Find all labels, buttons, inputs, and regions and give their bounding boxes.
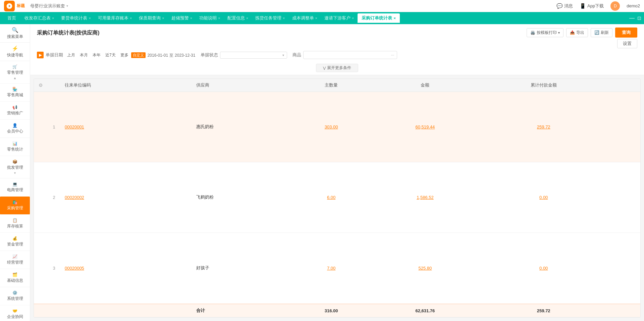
- expand-more-btn[interactable]: ⋁ 展开更多条件: [316, 64, 358, 72]
- tab-cost-adjust-label: 成本调整单: [292, 15, 314, 21]
- tab-function-desc-close[interactable]: ×: [218, 16, 220, 20]
- tab-expiry-query-close[interactable]: ×: [162, 16, 164, 20]
- print-chevron: ▾: [558, 31, 560, 35]
- row-accumulated-payment-2[interactable]: 0.00: [478, 162, 609, 232]
- sidebar-item-ecommerce-mgmt[interactable]: 💻 电商管理: [0, 178, 30, 197]
- status-select[interactable]: ▾: [220, 52, 287, 59]
- tab-home[interactable]: 首页: [3, 13, 21, 23]
- logo-icon: [4, 1, 15, 11]
- tab-expiry-query[interactable]: 保质期查询 ×: [136, 13, 167, 23]
- tab-available-inventory-close[interactable]: ×: [130, 16, 132, 20]
- table-footer-row: 合计 316.00 62,631.76 259.72: [34, 304, 640, 317]
- refresh-btn[interactable]: 🔄 刷新: [591, 28, 612, 37]
- row-amount-2[interactable]: 1,586.52: [372, 162, 478, 232]
- row-amount-3[interactable]: 525.80: [372, 232, 478, 304]
- export-btn[interactable]: 📤 导出: [566, 28, 588, 37]
- tab-picking-task[interactable]: 拣货任务管理 ×: [252, 13, 288, 23]
- tab-available-inventory[interactable]: 可用量库存账本 ×: [95, 13, 135, 23]
- tab-overstock-warning[interactable]: 超储预警 ×: [168, 13, 196, 23]
- tab-receive-send-close[interactable]: ×: [52, 16, 54, 20]
- row-supplier-code-2[interactable]: 00020002: [61, 162, 192, 232]
- sidebar-item-inventory-check[interactable]: 📋 库存核算: [0, 215, 30, 233]
- sidebar-item-member-center[interactable]: 👤 会员中心: [0, 120, 30, 138]
- window-maximize-btn[interactable]: ⊡: [637, 15, 641, 21]
- row-main-qty-2[interactable]: 6.00: [290, 162, 372, 232]
- sidebar-item-wholesale-mgmt[interactable]: 📦 批发管理 ▾: [0, 156, 30, 178]
- custom-date-badge: 自定义: [131, 52, 146, 58]
- date-more-btn[interactable]: 更多: [118, 52, 130, 59]
- ecommerce-mgmt-icon: 💻: [12, 182, 17, 186]
- col-amount[interactable]: 金额: [372, 79, 478, 92]
- tab-purchase-order-stats-close[interactable]: ×: [393, 16, 395, 20]
- finance-mgmt-icon: 💰: [12, 236, 17, 241]
- sidebar-item-retail-mgmt[interactable]: 🛒 零售管理 ▲: [0, 61, 30, 84]
- refresh-icon: 🔄: [594, 30, 599, 35]
- date-7days-btn[interactable]: 近7天: [103, 52, 118, 59]
- tab-purchase-order-stats-label: 采购订单统计表: [362, 15, 392, 21]
- wholesale-mgmt-icon: 📦: [12, 159, 17, 164]
- quick-nav-btn[interactable]: ⚡ 快捷导航: [0, 43, 30, 61]
- tab-function-desc-label: 功能说明: [199, 15, 217, 21]
- query-btn[interactable]: 查询: [615, 28, 637, 38]
- tab-overstock-warning-close[interactable]: ×: [190, 16, 192, 20]
- query-label: 查询: [622, 30, 631, 35]
- col-settings[interactable]: ⚙: [34, 79, 47, 92]
- date-this-year-btn[interactable]: 本年: [91, 52, 103, 59]
- row-supplier-code-3[interactable]: 00020005: [61, 232, 192, 304]
- tab-cost-adjust[interactable]: 成本调整单 ×: [289, 13, 321, 23]
- row-amount-1[interactable]: 60,519.44: [372, 92, 478, 162]
- enterprise-collab-label: 企业协同: [7, 314, 23, 320]
- row-main-qty-3[interactable]: 7.00: [290, 232, 372, 304]
- retail-mgmt-arrow: ▲: [13, 76, 17, 80]
- sidebar-item-enterprise-collab[interactable]: 🤝 企业协同: [0, 305, 30, 321]
- footer-accumulated-payment: 259.72: [478, 304, 609, 317]
- tab-requisition-stats[interactable]: 要货单统计表 ×: [58, 13, 94, 23]
- quick-nav-label: 快捷导航: [7, 52, 23, 58]
- col-accumulated-payment[interactable]: 累计付款金额: [478, 79, 609, 92]
- row-accumulated-payment-3[interactable]: 0.00: [478, 232, 609, 304]
- search-menu-btn[interactable]: 🔍 搜索菜单: [0, 24, 30, 43]
- sidebar-item-purchase-mgmt[interactable]: 🛍️ 采购管理: [0, 197, 30, 215]
- tab-purchase-order-stats[interactable]: 采购订单统计表 ×: [358, 13, 399, 23]
- filter-toggle-btn[interactable]: ▶: [37, 52, 44, 58]
- tab-invite-downstream-close[interactable]: ×: [352, 16, 354, 20]
- tab-config-info[interactable]: 配置信息 ×: [224, 13, 252, 23]
- footer-amount: 62,631.76: [372, 304, 478, 317]
- row-main-qty-1[interactable]: 303.00: [290, 92, 372, 162]
- sidebar-item-retail-stats[interactable]: 📊 零售统计: [0, 138, 30, 156]
- goods-filter-label: 商品: [292, 52, 301, 58]
- sidebar-item-ops-mgmt[interactable]: 📈 经营管理: [0, 251, 30, 269]
- col-main-qty[interactable]: 主数量: [290, 79, 372, 92]
- tab-cost-adjust-close[interactable]: ×: [315, 16, 317, 20]
- tab-function-desc[interactable]: 功能说明 ×: [196, 13, 223, 23]
- sidebar-item-basic-info[interactable]: 🗂️ 基础信息: [0, 269, 30, 287]
- window-minimize-btn[interactable]: —: [629, 15, 635, 21]
- tab-requisition-stats-close[interactable]: ×: [89, 16, 91, 20]
- sidebar-item-retail-mall[interactable]: 🏪 零售商城: [0, 84, 30, 102]
- col-supplier-name[interactable]: 供应商: [192, 79, 290, 92]
- user-avatar[interactable]: D: [610, 1, 620, 11]
- tab-receive-send[interactable]: 收发存汇总表 ×: [21, 13, 57, 23]
- ops-mgmt-icon: 📈: [12, 254, 17, 259]
- tab-picking-task-close[interactable]: ×: [283, 16, 285, 20]
- tab-available-inventory-label: 可用量库存账本: [98, 15, 128, 21]
- workspace-selector[interactable]: 母婴行业演示账套 ▾: [30, 3, 68, 9]
- user-initial: D: [614, 4, 617, 8]
- date-last-month-btn[interactable]: 上月: [65, 52, 77, 59]
- settings-btn[interactable]: 设置: [617, 39, 637, 48]
- sidebar-item-marketing[interactable]: 📢 营销推广: [0, 102, 30, 120]
- app-download-btn[interactable]: 📱 App下载: [580, 3, 604, 9]
- tab-invite-downstream[interactable]: 邀请下游客户 ×: [321, 13, 357, 23]
- sidebar-item-finance-mgmt[interactable]: 💰 资金管理: [0, 233, 30, 251]
- row-supplier-code-1[interactable]: 00020001: [61, 92, 192, 162]
- tab-config-info-close[interactable]: ×: [246, 16, 248, 20]
- message-btn[interactable]: 💬 消息: [556, 3, 573, 9]
- tab-invite-downstream-label: 邀请下游客户: [324, 15, 351, 21]
- date-this-month-btn[interactable]: 本月: [78, 52, 90, 59]
- template-print-btn[interactable]: 🖨️ 按模板打印 ▾: [527, 28, 564, 37]
- col-supplier-code[interactable]: 往来单位编码: [61, 79, 192, 92]
- row-accumulated-payment-1[interactable]: 259.72: [478, 92, 609, 162]
- goods-input[interactable]: ···: [303, 51, 397, 59]
- refresh-label: 刷新: [601, 30, 609, 36]
- sidebar-item-system-mgmt[interactable]: ⚙️ 系统管理: [0, 287, 30, 305]
